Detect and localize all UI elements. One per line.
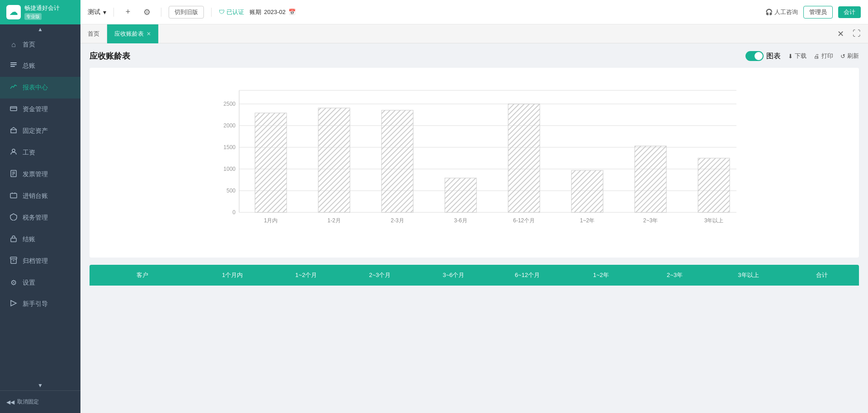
close-tab-button[interactable]: ✕ — [834, 27, 847, 41]
refresh-button[interactable]: ↺ 刷新 — [840, 52, 859, 60]
bar-2 — [318, 108, 350, 212]
wages-icon — [9, 148, 18, 157]
tax-icon — [9, 213, 18, 222]
svg-text:500: 500 — [226, 188, 236, 194]
invoices-icon — [9, 170, 18, 179]
download-icon: ⬇ — [788, 53, 793, 60]
sidebar-item-funds[interactable]: 资金管理 — [0, 99, 80, 120]
bar-3 — [382, 110, 413, 212]
bar-6 — [571, 170, 603, 212]
sidebar-item-archive[interactable]: 归档管理 — [0, 250, 80, 272]
table-header-customer: 客户 — [90, 265, 196, 286]
calendar-icon: 📅 — [288, 9, 296, 15]
guide-icon — [9, 300, 18, 309]
table-header: 客户 1个月内 1~2个月 2~3个月 3~6个月 6~12个月 1~2年 2~… — [90, 265, 859, 286]
svg-text:6-12个月: 6-12个月 — [513, 217, 535, 224]
bar-8 — [698, 158, 730, 212]
role-button[interactable]: 会计 — [838, 6, 861, 18]
svg-text:1-2月: 1-2月 — [327, 217, 340, 224]
svg-text:0: 0 — [232, 209, 236, 216]
svg-text:1000: 1000 — [223, 166, 236, 172]
tab-home[interactable]: 首页 — [80, 24, 107, 43]
expand-tab-button[interactable]: ⛶ — [850, 27, 863, 41]
archive-icon — [9, 257, 18, 266]
page-content: 应收账龄表 图表 ⬇ 下载 🖨 打印 ↺ 刷新 — [80, 43, 868, 413]
download-button[interactable]: ⬇ 下载 — [788, 52, 807, 60]
tabs-bar: 首页 应收账龄表 ✕ ✕ ⛶ — [80, 24, 868, 43]
topbar: 测试 ▾ + ⚙ 切到旧版 🛡 已认证 账期 2023-02 📅 🎧 人工咨询 — [80, 0, 868, 24]
topbar-right: 🎧 人工咨询 管理员 会计 — [765, 6, 861, 19]
manager-button[interactable]: 管理员 — [803, 6, 833, 19]
sidebar-bottom: ◀◀ 取消固定 — [0, 390, 80, 413]
consult-button[interactable]: 🎧 人工咨询 — [765, 8, 798, 16]
bar-4 — [445, 178, 476, 212]
shield-icon: 🛡 — [219, 9, 225, 15]
reports-icon — [9, 83, 18, 92]
sidebar-logo: ☁ 畅捷通好会计 专业版 — [0, 0, 80, 24]
settings-icon: ⚙ — [9, 278, 18, 287]
svg-marker-17 — [11, 300, 16, 306]
svg-rect-3 — [10, 107, 17, 111]
switch-old-button[interactable]: 切到旧版 — [169, 6, 204, 19]
topbar-divider-1 — [113, 8, 114, 17]
close-account-icon — [9, 235, 18, 244]
sidebar-item-reports[interactable]: 报表中心 — [0, 77, 80, 99]
chart-toggle[interactable]: 图表 — [745, 51, 781, 61]
sidebar-item-assets[interactable]: 固定资产 — [0, 120, 80, 142]
headset-icon: 🎧 — [765, 9, 773, 15]
svg-text:1500: 1500 — [223, 144, 236, 150]
sidebar-item-sales[interactable]: 进销台账 — [0, 185, 80, 207]
assets-icon — [9, 127, 18, 136]
svg-rect-11 — [10, 193, 17, 198]
svg-text:1~2年: 1~2年 — [580, 217, 594, 224]
sidebar-scroll-down[interactable]: ▼ — [0, 380, 80, 390]
bar-1 — [255, 113, 287, 212]
sidebar-item-wages[interactable]: 工资 — [0, 142, 80, 164]
sidebar-scroll-up[interactable]: ▲ — [0, 24, 80, 34]
period-display[interactable]: 账期 2023-02 📅 — [250, 8, 296, 16]
settings-button[interactable]: ⚙ — [140, 5, 154, 19]
svg-text:2~3年: 2~3年 — [643, 217, 658, 224]
sidebar-item-ledger[interactable]: 总账 — [0, 55, 80, 77]
tab-close-icon[interactable]: ✕ — [146, 31, 151, 37]
chart-toggle-switch[interactable] — [745, 51, 764, 61]
sidebar-item-home[interactable]: ⌂ 首页 — [0, 34, 80, 55]
svg-rect-5 — [11, 130, 16, 133]
logo-text: 畅捷通好会计 专业版 — [24, 5, 60, 20]
sidebar-item-tax[interactable]: 税务管理 — [0, 207, 80, 229]
table-header-year3plus: 3年以上 — [712, 265, 785, 286]
sidebar-item-close[interactable]: 结账 — [0, 229, 80, 250]
chart-toggle-label: 图表 — [766, 52, 781, 61]
table-header-month1-2: 1~2个月 — [269, 265, 343, 286]
sidebar-nav: ⌂ 首页 总账 报表中心 资金管理 固定资产 — [0, 34, 80, 380]
page-actions: 图表 ⬇ 下载 🖨 打印 ↺ 刷新 — [745, 51, 859, 61]
table-header-month6-12: 6~12个月 — [491, 265, 564, 286]
page-title: 应收账龄表 — [90, 51, 130, 61]
sales-icon — [9, 192, 18, 201]
print-icon: 🖨 — [814, 53, 820, 60]
svg-rect-14 — [11, 238, 16, 242]
table-header-total: 合计 — [785, 265, 859, 286]
svg-text:3年以上: 3年以上 — [704, 217, 724, 224]
svg-text:2500: 2500 — [223, 101, 236, 107]
svg-text:2-3月: 2-3月 — [391, 217, 404, 224]
certified-badge: 🛡 已认证 — [219, 8, 244, 16]
workspace-selector[interactable]: 测试 ▾ — [88, 8, 106, 16]
bar-5 — [508, 104, 540, 212]
svg-text:3-6月: 3-6月 — [454, 217, 467, 224]
svg-rect-15 — [10, 257, 17, 259]
print-button[interactable]: 🖨 打印 — [814, 52, 833, 60]
table-header-year1-2: 1~2年 — [564, 265, 638, 286]
sidebar-item-settings[interactable]: ⚙ 设置 — [0, 272, 80, 293]
cancel-fixed-button[interactable]: ◀◀ 取消固定 — [6, 395, 74, 408]
main-area: 测试 ▾ + ⚙ 切到旧版 🛡 已认证 账期 2023-02 📅 🎧 人工咨询 — [80, 0, 868, 413]
tab-aging[interactable]: 应收账龄表 ✕ — [107, 24, 159, 43]
svg-point-6 — [12, 149, 15, 152]
add-button[interactable]: + — [121, 5, 135, 19]
chart-container: 0 500 1000 1500 2000 2500 1月内 — [90, 68, 859, 258]
sidebar-item-guide[interactable]: 新手引导 — [0, 293, 80, 315]
tabs-actions: ✕ ⛶ — [834, 27, 868, 41]
table-header-month1: 1个月内 — [196, 265, 269, 286]
svg-text:2000: 2000 — [223, 122, 236, 129]
sidebar-item-invoices[interactable]: 发票管理 — [0, 164, 80, 185]
